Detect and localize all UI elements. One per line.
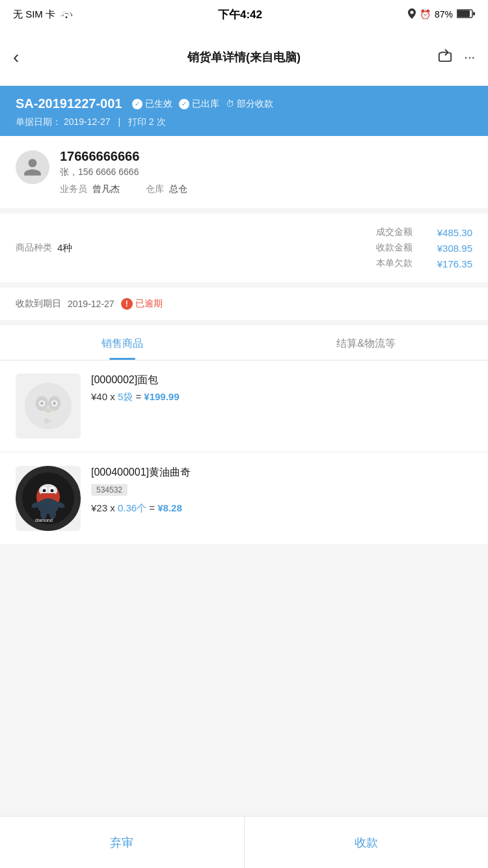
customer-sub: 张，156 6666 6666 xyxy=(60,167,472,178)
page-title: 销货单详情(来自电脑) xyxy=(187,49,301,65)
product-name-2: [000400001]黄油曲奇 xyxy=(91,466,472,480)
battery-text: 87% xyxy=(435,9,453,20)
svg-text:diamond: diamond xyxy=(35,518,53,522)
badge-partial-payment: ⏱ 部分收款 xyxy=(226,98,273,110)
svg-point-18 xyxy=(43,489,46,493)
back-button[interactable]: ‹ xyxy=(8,42,24,73)
nav-actions: ··· xyxy=(438,48,475,66)
due-date-value: 2019-12-27 xyxy=(68,299,115,309)
customer-info: 17666666666 张，156 6666 6666 业务员 曾凡杰 仓库 总… xyxy=(60,149,472,195)
order-id: SA-20191227-001 xyxy=(16,96,122,111)
product-count: 商品种类 4种 xyxy=(16,226,376,269)
amount-row-1: 成交金额 ¥485.30 xyxy=(376,226,472,238)
product-info-1: [0000002]面包 ¥40 x 5袋 = ¥199.99 xyxy=(91,373,472,403)
svg-text:野+: 野+ xyxy=(44,418,53,424)
amount-summary: 成交金额 ¥485.30 收款金额 ¥308.95 本单欠款 ¥176.35 xyxy=(376,226,472,269)
product-tag-2: 534532 xyxy=(91,484,128,496)
nav-bar: ‹ 销货单详情(来自电脑) ··· xyxy=(0,29,488,86)
product-image-2: diamond xyxy=(16,466,81,531)
customer-phone: 17666666666 xyxy=(60,149,472,164)
wifi-icon xyxy=(61,9,72,20)
location-icon xyxy=(408,8,416,21)
status-left: 无 SIM 卡 xyxy=(13,8,72,21)
bottom-spacer xyxy=(0,545,488,597)
status-badges: ✓ 已生效 ✓ 已出库 ⏱ 部分收款 xyxy=(132,98,273,110)
product-image-1: 野+ xyxy=(16,373,81,439)
product-price-line-2: ¥23 x 0.36个 = ¥8.28 xyxy=(91,502,472,515)
customer-meta: 业务员 曾凡杰 仓库 总仓 xyxy=(60,183,472,195)
summary-section: 商品种类 4种 成交金额 ¥485.30 收款金额 ¥308.95 本单欠款 ¥… xyxy=(0,213,488,288)
clock-icon: ⏱ xyxy=(226,99,234,109)
amount-row-3: 本单欠款 ¥176.35 xyxy=(376,258,472,269)
overdue-icon: ! xyxy=(121,298,133,310)
check-icon-2: ✓ xyxy=(179,99,189,109)
more-icon[interactable]: ··· xyxy=(464,49,475,64)
svg-rect-2 xyxy=(473,12,475,15)
battery-icon xyxy=(457,9,475,20)
check-icon-1: ✓ xyxy=(132,99,142,109)
header-date-row: 单据日期： 2019-12-27 | 打印 2 次 xyxy=(16,116,472,128)
salesperson-meta: 业务员 曾凡杰 xyxy=(60,183,120,195)
share-icon[interactable] xyxy=(438,48,452,66)
products-section: 野+ [0000002]面包 ¥40 x 5袋 = ¥199.99 xyxy=(0,360,488,544)
svg-rect-20 xyxy=(40,493,56,497)
product-name-1: [0000002]面包 xyxy=(91,373,472,387)
svg-point-9 xyxy=(40,402,44,405)
action-bar: 弃审 收款 xyxy=(0,816,488,868)
status-time: 下午4:42 xyxy=(218,7,262,22)
due-date-section: 收款到期日 2019-12-27 ! 已逾期 xyxy=(0,288,488,325)
status-bar: 无 SIM 卡 下午4:42 ⏰ 87% xyxy=(0,0,488,29)
svg-rect-1 xyxy=(457,10,470,17)
carrier-text: 无 SIM 卡 xyxy=(13,8,55,21)
warehouse-meta: 仓库 总仓 xyxy=(146,183,187,195)
due-date-label: 收款到期日 xyxy=(16,298,61,310)
customer-avatar xyxy=(16,150,49,184)
tab-sales-products[interactable]: 销售商品 xyxy=(0,325,244,360)
badge-shipped: ✓ 已出库 xyxy=(179,98,219,110)
status-right: ⏰ 87% xyxy=(408,8,475,21)
alarm-icon: ⏰ xyxy=(420,9,431,20)
amount-row-2: 收款金额 ¥308.95 xyxy=(376,242,472,254)
product-price-line-1: ¥40 x 5袋 = ¥199.99 xyxy=(91,391,472,403)
overdue-text: 已逾期 xyxy=(135,298,163,310)
customer-section: 17666666666 张，156 6666 6666 业务员 曾凡杰 仓库 总… xyxy=(0,136,488,213)
badge-effective: ✓ 已生效 xyxy=(132,98,172,110)
header-banner: SA-20191227-001 ✓ 已生效 ✓ 已出库 ⏱ 部分收款 单据日期：… xyxy=(0,86,488,136)
tabs-section: 销售商品 结算&物流等 xyxy=(0,325,488,360)
svg-point-19 xyxy=(51,489,54,493)
tab-settlement[interactable]: 结算&物流等 xyxy=(244,325,488,360)
reject-button[interactable]: 弃审 xyxy=(0,817,245,868)
svg-point-10 xyxy=(53,402,56,405)
svg-point-11 xyxy=(44,407,53,413)
product-thumbnail-2: diamond xyxy=(16,466,81,531)
overdue-badge: ! 已逾期 xyxy=(121,298,163,310)
product-item-2: diamond [000400001]黄油曲奇 534532 ¥23 x 0.3… xyxy=(0,453,488,544)
payment-button[interactable]: 收款 xyxy=(245,817,489,868)
product-info-2: [000400001]黄油曲奇 534532 ¥23 x 0.36个 = ¥8.… xyxy=(91,466,472,515)
product-item-1: 野+ [0000002]面包 ¥40 x 5袋 = ¥199.99 xyxy=(0,360,488,452)
